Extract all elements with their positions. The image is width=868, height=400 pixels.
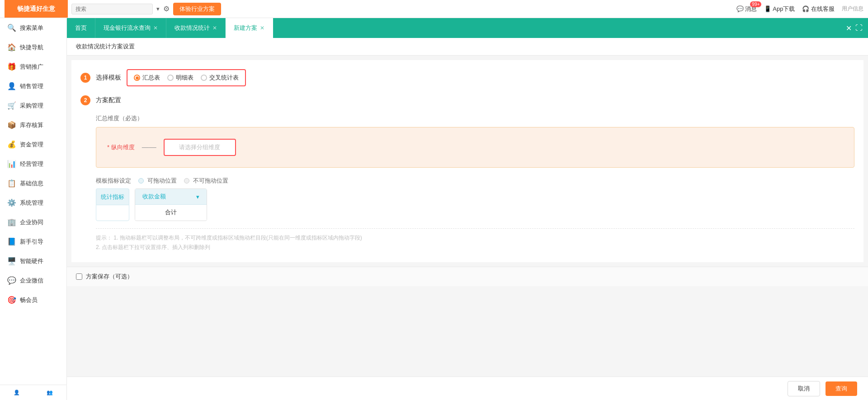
box-icon: 📦 (7, 121, 16, 129)
sidebar-item-label: 快捷导航 (20, 43, 43, 52)
sidebar-item-guide[interactable]: 📘 新手引导 (0, 232, 66, 251)
sidebar-item-label: 企业微信 (20, 277, 43, 285)
sidebar-item-corp[interactable]: 🏢 企业协同 (0, 212, 66, 232)
radio-cross-dot (201, 75, 207, 81)
sidebar-item-system[interactable]: ⚙️ 系统管理 (0, 193, 66, 212)
metrics-column-header[interactable]: 收款金额 ▾ (135, 189, 207, 205)
service-btn[interactable]: 🎧 在线客服 (802, 5, 835, 13)
maximize-icon[interactable]: ⛶ (855, 24, 863, 32)
sidebar-item-label: 基础信息 (20, 179, 43, 188)
service-icon: 🎧 (802, 5, 809, 12)
fixed-dot (184, 178, 189, 184)
radio-cross[interactable]: 交叉统计表 (201, 74, 239, 82)
sidebar-bottom: 👤 👥 (0, 385, 66, 400)
hint-area: 提示： 1. 拖动标题栏可以调整布局，不可跨维度或指标区域拖动栏目段(只能在同一… (96, 228, 854, 251)
message-icon: 💬 (736, 5, 744, 12)
dimension-area: * 纵向维度 —— 请选择分组维度 (96, 127, 854, 168)
step2-label: 方案配置 (96, 96, 121, 104)
metrics-category-header: 统计指标 (96, 188, 129, 205)
sidebar-item-wechat[interactable]: 💬 企业微信 (0, 271, 66, 290)
metrics-header: 模板指标设定 可拖动位置 不可拖动位置 (96, 177, 854, 185)
radio-detail-label: 明细表 (176, 74, 193, 82)
tab-bar-end: ✕ ⛶ (840, 18, 868, 38)
cart-icon: 🛒 (7, 101, 16, 110)
sidebar-item-member[interactable]: 🎯 畅会员 (0, 290, 66, 310)
monitor-icon: 🖥️ (7, 257, 16, 265)
row-label: 合计 (165, 209, 177, 216)
step2-section: 2 方案配置 汇总维度（必选） * 纵向维度 —— 请选择分组维度 (80, 95, 854, 251)
radio-cross-label: 交叉统计表 (209, 74, 239, 82)
sidebar-item-quicknav[interactable]: 🏠 快捷导航 (0, 38, 66, 57)
sidebar-item-finance[interactable]: 💰 资金管理 (0, 135, 66, 154)
cancel-button[interactable]: 取消 (788, 381, 820, 396)
page-footer: 方案保存（可选） (67, 267, 868, 286)
top-bar: 畅捷通好生意 ▾ ⚙ 体验行业方案 💬 消息 99+ 📱 App下载 🎧 在线客… (0, 0, 868, 18)
metrics-table-wrap: 统计指标 收款金额 ▾ (96, 188, 854, 221)
radio-detail-dot (167, 75, 174, 81)
top-search-input[interactable] (71, 4, 153, 14)
sidebar-item-label: 采购管理 (20, 102, 43, 110)
industry-btn[interactable]: 体验行业方案 (173, 3, 221, 15)
close-window-icon[interactable]: ✕ (846, 24, 852, 33)
sidebar-item-basics[interactable]: 📋 基础信息 (0, 174, 66, 193)
content-area: 首页 现金银行流水查询 ✕ 收款情况统计 ✕ 新建方案 ✕ ✕ ⛶ 收款情况统计… (67, 18, 868, 400)
tab-receipts-close[interactable]: ✕ (212, 25, 217, 31)
draggable-dot (138, 178, 144, 184)
sidebar-item-purchase[interactable]: 🛒 采购管理 (0, 96, 66, 115)
list-icon: 📋 (7, 179, 16, 188)
radio-detail[interactable]: 明细表 (167, 74, 193, 82)
sidebar-item-label: 营销推广 (20, 63, 43, 71)
gear-icon[interactable]: ⚙ (163, 5, 170, 13)
tab-newplan-close[interactable]: ✕ (260, 25, 264, 31)
template-selector: 汇总表 明细表 交叉统计表 (127, 69, 246, 86)
tab-receipts[interactable]: 收款情况统计 ✕ (166, 18, 226, 38)
sidebar-avatar-1[interactable]: 👤 (0, 385, 33, 400)
radio-summary[interactable]: 汇总表 (134, 74, 160, 82)
sidebar-item-label: 智能硬件 (20, 257, 43, 265)
sidebar-item-operations[interactable]: 📊 经营管理 (0, 154, 66, 174)
step1-label: 选择模板 (96, 74, 121, 82)
tab-home-label: 首页 (75, 24, 87, 32)
fixed-legend: 不可拖动位置 (184, 177, 228, 185)
hint-2: 2. 点击标题栏下拉可设置排序、插入列和删除列 (96, 244, 854, 251)
download-label: App下载 (773, 5, 795, 12)
chevron-down-icon: ▾ (196, 193, 199, 200)
sidebar-item-hardware[interactable]: 🖥️ 智能硬件 (0, 251, 66, 271)
tab-cashflow[interactable]: 现金银行流水查询 ✕ (95, 18, 166, 38)
dropdown-icon[interactable]: ▾ (156, 5, 160, 12)
hint-1: 提示： 1. 拖动标题栏可以调整布局，不可跨维度或指标区域拖动栏目段(只能在同一… (96, 234, 854, 242)
search-icon: 🔍 (7, 24, 16, 32)
tab-newplan[interactable]: 新建方案 ✕ (226, 18, 273, 38)
sidebar-item-search[interactable]: 🔍 搜索菜单 (0, 18, 66, 38)
sidebar-item-label: 销售管理 (20, 82, 43, 90)
gift-icon: 🎁 (7, 62, 16, 71)
home-icon: 🏠 (7, 43, 16, 52)
metrics-table: 收款金额 ▾ 合计 (135, 188, 207, 221)
step2-num: 2 (80, 95, 90, 105)
metrics-category-cell (96, 205, 129, 221)
breadcrumb: 收款情况统计方案设置 (76, 43, 135, 50)
save-plan-checkbox[interactable] (76, 273, 82, 280)
download-icon: 📱 (764, 5, 771, 12)
step2-header-row: 2 方案配置 (80, 95, 854, 105)
messages-btn[interactable]: 💬 消息 99+ (736, 5, 757, 13)
sidebar-avatar-2[interactable]: 👥 (33, 385, 67, 400)
tab-cashflow-close[interactable]: ✕ (153, 25, 158, 31)
sidebar-item-marketing[interactable]: 🎁 营销推广 (0, 57, 66, 76)
metrics-title: 模板指标设定 (96, 177, 131, 185)
tab-home[interactable]: 首页 (67, 18, 95, 38)
download-btn[interactable]: 📱 App下载 (764, 5, 795, 13)
sidebar-item-sales[interactable]: 👤 销售管理 (0, 76, 66, 96)
sidebar-item-label: 新手引导 (20, 238, 43, 246)
sidebar-item-inventory[interactable]: 📦 库存核算 (0, 115, 66, 135)
person-icon: 👤 (7, 82, 16, 90)
sidebar-item-label: 库存核算 (20, 121, 43, 129)
dimension-title: 汇总维度（必选） (96, 114, 854, 122)
dimension-select[interactable]: 请选择分组维度 (164, 139, 236, 156)
query-button[interactable]: 查询 (826, 381, 857, 396)
vertical-dim-label: * 纵向维度 (107, 143, 135, 151)
arrow-icon: —— (142, 143, 156, 151)
action-bar: 取消 查询 (67, 376, 868, 400)
metrics-category: 统计指标 (96, 188, 129, 221)
radio-summary-label: 汇总表 (142, 74, 160, 82)
